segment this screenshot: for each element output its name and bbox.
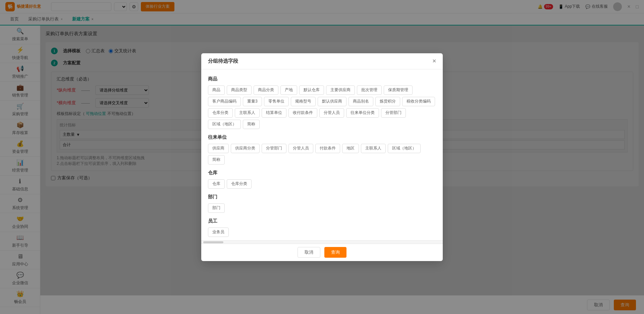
modal: 分组待选字段 × 商品 商品 商品类型 商品分类 产地 默认仓库 主要供应商 批…	[201, 53, 443, 261]
modal-confirm-button[interactable]: 查询	[324, 247, 346, 258]
field-tag[interactable]: 简称	[208, 155, 225, 165]
field-tag[interactable]: 仓库分类	[227, 179, 252, 189]
field-tag[interactable]: 主联系人	[235, 108, 260, 118]
field-tag[interactable]: 往来单位分类	[346, 108, 379, 118]
field-tag[interactable]: 分管部门	[262, 144, 286, 153]
field-tag[interactable]: 批次管理	[357, 85, 382, 95]
field-tag[interactable]: 收付款条件	[288, 108, 317, 118]
field-tags-staff: 业务员	[208, 228, 436, 237]
field-group-warehouse: 仓库 仓库 仓库分类	[208, 170, 436, 189]
field-tag[interactable]: 零售单位	[264, 97, 289, 106]
field-tag[interactable]: 部门	[208, 203, 225, 213]
field-tag[interactable]: 商品	[208, 85, 225, 95]
field-tag[interactable]: 仓库	[208, 179, 225, 189]
field-group-product: 商品 商品 商品类型 商品分类 产地 默认仓库 主要供应商 批次管理 保质期管理…	[208, 76, 436, 129]
field-tag[interactable]: 客户商品编码	[208, 97, 241, 106]
group-title-dept: 部门	[208, 194, 436, 200]
field-tag[interactable]: 默认供应商	[318, 97, 346, 106]
modal-overlay[interactable]: 分组待选字段 × 商品 商品 商品类型 商品分类 产地 默认仓库 主要供应商 批…	[0, 0, 644, 314]
field-tag[interactable]: 分管人员	[319, 108, 344, 118]
field-tag[interactable]: 税收分类编码	[402, 97, 435, 106]
field-tag[interactable]: 简称	[243, 120, 260, 129]
field-tag[interactable]: 分管部门	[381, 108, 406, 118]
field-tag[interactable]: 区域（地区）	[208, 120, 241, 129]
field-tag[interactable]: 商品分类	[254, 85, 278, 95]
field-tag[interactable]: 仓库分类	[208, 108, 233, 118]
field-tag[interactable]: 商品类型	[227, 85, 252, 95]
field-tags-dept: 部门	[208, 203, 436, 213]
modal-hscroll[interactable]	[201, 240, 443, 244]
modal-body: 商品 商品 商品类型 商品分类 产地 默认仓库 主要供应商 批次管理 保质期管理…	[201, 69, 443, 240]
field-tag[interactable]: 主联系人	[361, 144, 386, 153]
field-tag[interactable]: 分管人员	[288, 144, 313, 153]
modal-cancel-button[interactable]: 取消	[298, 247, 320, 258]
group-title-warehouse: 仓库	[208, 170, 436, 176]
field-tag[interactable]: 付款条件	[315, 144, 340, 153]
field-tag[interactable]: 商品别名	[348, 97, 373, 106]
group-title-partner: 往来单位	[208, 134, 436, 140]
field-tag[interactable]: 规格型号	[291, 97, 316, 106]
group-title-product: 商品	[208, 76, 436, 82]
modal-header: 分组待选字段 ×	[201, 53, 443, 69]
field-tag[interactable]: 供应商分类	[231, 144, 260, 153]
modal-title: 分组待选字段	[208, 58, 238, 64]
modal-close-button[interactable]: ×	[432, 58, 436, 65]
field-tag[interactable]: 保质期管理	[384, 85, 413, 95]
field-tag[interactable]: 产地	[280, 85, 297, 95]
field-tag[interactable]: 重量3	[243, 97, 262, 106]
field-tag[interactable]: 业务员	[208, 228, 229, 237]
field-tags-warehouse: 仓库 仓库分类	[208, 179, 436, 189]
field-tag[interactable]: 地区	[342, 144, 359, 153]
field-tag[interactable]: 炼货积分	[375, 97, 400, 106]
group-title-staff: 员工	[208, 218, 436, 224]
field-tag[interactable]: 默认仓库	[299, 85, 324, 95]
field-tag[interactable]: 结算单位	[262, 108, 286, 118]
field-tag[interactable]: 供应商	[208, 144, 229, 153]
field-group-dept: 部门 部门	[208, 194, 436, 213]
field-tag[interactable]: 主要供应商	[326, 85, 355, 95]
field-tags-partner: 供应商 供应商分类 分管部门 分管人员 付款条件 地区 主联系人 区域（地区） …	[208, 144, 436, 165]
field-tags-product: 商品 商品类型 商品分类 产地 默认仓库 主要供应商 批次管理 保质期管理 客户…	[208, 85, 436, 129]
modal-footer: 取消 查询	[201, 244, 443, 261]
field-tag[interactable]: 区域（地区）	[388, 144, 421, 153]
field-group-staff: 员工 业务员	[208, 218, 436, 237]
hscroll-thumb	[203, 241, 223, 243]
field-group-partner: 往来单位 供应商 供应商分类 分管部门 分管人员 付款条件 地区 主联系人 区域…	[208, 134, 436, 165]
